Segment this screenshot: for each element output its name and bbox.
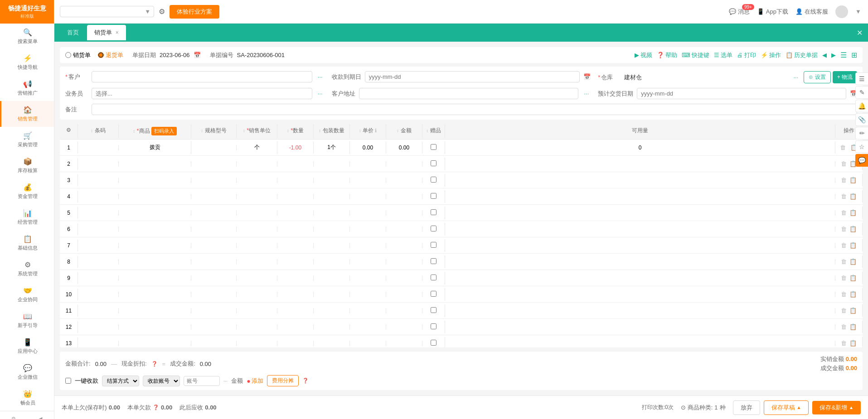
row-delete-icon[interactable]: 🗑 — [839, 242, 848, 249]
row-qty[interactable] — [277, 324, 314, 330]
sort-icon[interactable]: ↕ — [319, 128, 321, 133]
sidebar-item-operations[interactable]: 📊 经营管理 — [0, 204, 54, 230]
float-btn-4[interactable]: 📎 — [855, 113, 868, 126]
row-pkgqty[interactable] — [314, 210, 350, 216]
trial-button[interactable]: 体验行业方案 — [170, 5, 219, 19]
sidebar-item-guide[interactable]: 📖 新手引导 — [0, 308, 54, 333]
app-download-button[interactable]: 📱 App下载 — [757, 8, 788, 16]
row-copy-icon[interactable]: 📋 — [848, 323, 858, 330]
row-amount[interactable] — [386, 308, 422, 313]
row-gift-checkbox[interactable] — [431, 209, 436, 215]
logistics-button[interactable]: + 物流 — [833, 71, 857, 83]
row-gift-checkbox[interactable] — [431, 242, 436, 248]
row-price[interactable] — [350, 341, 386, 346]
row-price[interactable] — [350, 161, 386, 167]
sort-icon[interactable]: ↕ — [426, 128, 428, 133]
row-product[interactable] — [119, 259, 191, 265]
row-barcode[interactable] — [78, 178, 119, 183]
user-avatar[interactable] — [835, 5, 848, 18]
sidebar-item-finance[interactable]: 💰 资金管理 — [0, 178, 54, 204]
row-spec[interactable] — [191, 275, 237, 281]
sort-icon[interactable]: ↕ — [287, 128, 289, 133]
save-new-button[interactable]: 保存&新增 ▲ — [812, 401, 861, 414]
view-grid-icon[interactable]: ⊞ — [851, 51, 857, 59]
row-barcode[interactable] — [78, 194, 119, 199]
row-amount[interactable] — [386, 275, 422, 281]
float-btn-3[interactable]: 🔔 — [855, 100, 868, 112]
row-gift-checkbox[interactable] — [431, 275, 436, 280]
row-barcode[interactable] — [78, 226, 119, 232]
row-copy-icon[interactable]: 📋 — [848, 275, 858, 281]
nav-prev-icon[interactable]: ◀ — [822, 52, 827, 58]
row-gift-checkbox[interactable] — [431, 258, 436, 264]
row-amount[interactable] — [386, 341, 422, 346]
radio-return[interactable]: 退货单 — [98, 51, 123, 59]
row-price[interactable] — [350, 275, 386, 281]
row-pkgqty[interactable] — [314, 226, 350, 232]
row-qty[interactable] — [277, 210, 314, 216]
row-product[interactable] — [119, 226, 191, 232]
row-copy-icon[interactable]: 📋 — [848, 340, 858, 347]
row-pkgqty[interactable] — [314, 324, 350, 330]
settings-gear-button[interactable]: ⚙ — [159, 7, 165, 16]
row-qty[interactable] — [277, 341, 314, 346]
row-delete-icon[interactable]: 🗑 — [839, 226, 848, 232]
row-pkgqty[interactable] — [314, 292, 350, 297]
row-pkgqty[interactable] — [314, 178, 350, 183]
row-pkgqty[interactable] — [314, 161, 350, 167]
row-price[interactable] — [350, 194, 386, 199]
row-delete-icon[interactable]: 🗑 — [839, 323, 848, 330]
payment-method-select[interactable]: 结算方式 — [102, 376, 139, 386]
discount-info-icon[interactable]: ❓ — [151, 361, 158, 367]
row-price[interactable] — [350, 308, 386, 313]
row-pkgqty[interactable] — [314, 194, 350, 199]
row-copy-icon[interactable]: 📋 — [848, 193, 858, 200]
row-delete-icon[interactable]: 🗑 — [839, 177, 848, 183]
row-unit[interactable] — [237, 243, 277, 248]
sidebar-item-marketing[interactable]: 📢 营销推广 — [0, 75, 54, 101]
row-gift-checkbox[interactable] — [431, 307, 436, 313]
row-delete-icon[interactable]: 🗑 — [839, 193, 848, 200]
payment-account-select[interactable]: 收款账号 — [143, 376, 180, 386]
row-price[interactable] — [350, 292, 386, 297]
row-spec[interactable] — [191, 324, 237, 330]
row-delete-icon[interactable]: 🗑 — [839, 307, 848, 314]
row-spec[interactable] — [191, 243, 237, 248]
row-price[interactable] — [350, 259, 386, 265]
tab-sales-order[interactable]: 销货单 × — [87, 25, 126, 40]
row-pkgqty[interactable] — [314, 259, 350, 265]
row-delete-icon[interactable]: 🗑 — [839, 209, 848, 216]
row-qty[interactable]: -1.00 — [277, 142, 314, 154]
one-click-pay-checkbox[interactable] — [65, 378, 71, 384]
row-price[interactable] — [350, 178, 386, 183]
expense-split-button[interactable]: 费用分摊 — [267, 375, 299, 386]
print-btn[interactable]: 🖨 打印 — [737, 51, 756, 59]
customer-addr-input[interactable] — [359, 88, 579, 99]
sidebar-item-apps[interactable]: 📱 应用中心 — [0, 333, 54, 359]
row-delete-icon[interactable]: 🗑 — [839, 258, 848, 265]
row-delete-icon[interactable]: 🗑 — [839, 144, 847, 151]
expected-date-input[interactable] — [637, 88, 846, 99]
warehouse-dots-btn[interactable]: ··· — [791, 74, 800, 81]
row-qty[interactable] — [277, 308, 314, 313]
sidebar-item-basic-info[interactable]: 📋 基础信息 — [0, 230, 54, 256]
row-amount[interactable] — [386, 324, 422, 330]
row-amount[interactable] — [386, 178, 422, 183]
sort-icon[interactable]: ↕ — [359, 128, 361, 133]
row-unit[interactable] — [237, 275, 277, 281]
row-product[interactable] — [119, 275, 191, 281]
expense-help-icon[interactable]: ❓ — [302, 378, 309, 384]
row-product[interactable] — [119, 292, 191, 297]
tab-home[interactable]: 首页 — [60, 25, 86, 40]
receipt-date-input[interactable] — [365, 71, 580, 82]
row-spec[interactable] — [191, 226, 237, 232]
discard-button[interactable]: 放弃 — [733, 400, 760, 415]
sidebar-item-member[interactable]: 👑 畅会员 — [0, 385, 54, 411]
row-qty[interactable] — [277, 226, 314, 232]
row-spec[interactable] — [191, 259, 237, 265]
row-product[interactable]: 拨贡 — [119, 141, 191, 154]
row-gift-checkbox[interactable] — [431, 177, 436, 183]
row-spec[interactable] — [191, 210, 237, 216]
settings-button[interactable]: ⊙ ⊙ 设置设置 — [804, 71, 830, 83]
row-barcode[interactable] — [78, 210, 119, 216]
